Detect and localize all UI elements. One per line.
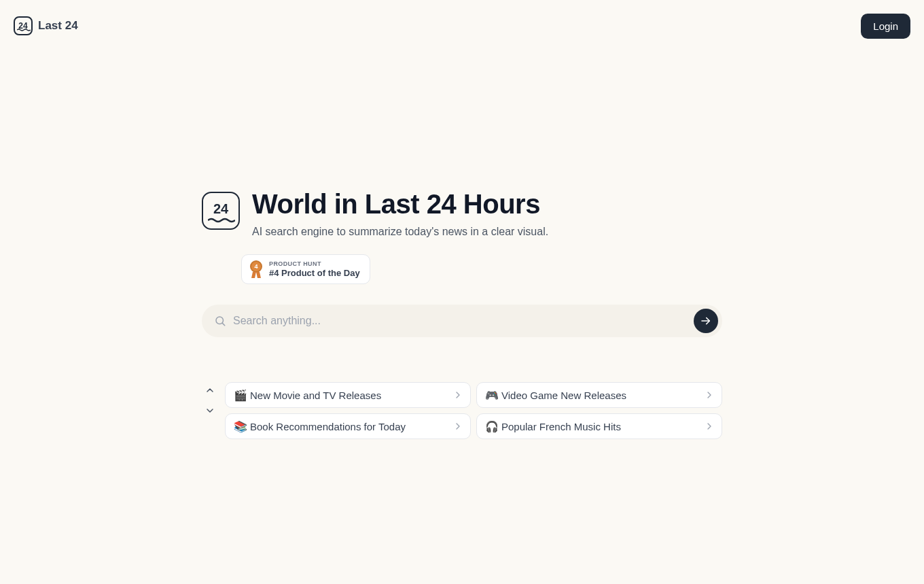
- suggestion-card[interactable]: 🎬 New Movie and TV Releases: [225, 382, 471, 408]
- header: 24 Last 24 Login: [0, 0, 924, 52]
- chevron-right-icon: [704, 390, 715, 400]
- medal-icon: 4: [249, 260, 264, 278]
- brand-name: Last 24: [38, 19, 78, 33]
- suggestions-prev-button[interactable]: [202, 382, 218, 398]
- page-title: World in Last 24 Hours: [252, 189, 548, 219]
- suggestions-next-button[interactable]: [202, 402, 218, 419]
- wave-icon: [208, 218, 235, 223]
- gamepad-icon: 🎮: [485, 389, 499, 402]
- page-subtitle: AI search engine to summarize today's ne…: [252, 226, 548, 238]
- hero-text: World in Last 24 Hours AI search engine …: [252, 189, 548, 238]
- chevron-right-icon: [704, 421, 715, 432]
- suggestions-grid: 🎬 New Movie and TV Releases 🎮 Video Game…: [225, 382, 722, 439]
- suggestion-card[interactable]: 📚 Book Recommendations for Today: [225, 413, 471, 439]
- suggestion-label: Book Recommendations for Today: [250, 421, 450, 432]
- hero-logo-icon: 24: [202, 192, 240, 230]
- wave-icon: [17, 29, 31, 31]
- search-icon: [214, 315, 226, 327]
- brand[interactable]: 24 Last 24: [14, 16, 78, 35]
- product-hunt-text: PRODUCT HUNT #4 Product of the Day: [269, 260, 360, 278]
- suggestion-card[interactable]: 🎧 Popular French Music Hits: [476, 413, 722, 439]
- clapper-icon: 🎬: [234, 389, 247, 402]
- chevron-down-icon: [205, 405, 215, 416]
- search-bar: [202, 305, 722, 337]
- login-button[interactable]: Login: [861, 14, 910, 39]
- headphones-icon: 🎧: [485, 420, 499, 433]
- product-hunt-rank: #4 Product of the Day: [269, 268, 360, 278]
- chevron-up-icon: [205, 385, 215, 396]
- svg-line-1: [222, 323, 224, 325]
- suggestions: 🎬 New Movie and TV Releases 🎮 Video Game…: [202, 382, 722, 439]
- product-hunt-badge[interactable]: 4 PRODUCT HUNT #4 Product of the Day: [241, 254, 370, 284]
- suggestion-label: Video Game New Releases: [501, 390, 701, 401]
- brand-logo-icon: 24: [14, 16, 33, 35]
- books-icon: 📚: [234, 420, 247, 433]
- suggestions-nav: [202, 382, 218, 419]
- search-submit-button[interactable]: [694, 309, 718, 333]
- arrow-right-icon: [700, 315, 712, 327]
- product-hunt-label: PRODUCT HUNT: [269, 260, 360, 267]
- chevron-right-icon: [452, 421, 463, 432]
- hero: 24 World in Last 24 Hours AI search engi…: [202, 189, 722, 238]
- main-content: 24 World in Last 24 Hours AI search engi…: [202, 189, 722, 439]
- suggestion-label: Popular French Music Hits: [501, 421, 701, 432]
- suggestion-card[interactable]: 🎮 Video Game New Releases: [476, 382, 722, 408]
- hero-logo-number: 24: [213, 202, 228, 216]
- suggestion-label: New Movie and TV Releases: [250, 390, 450, 401]
- search-input[interactable]: [233, 315, 687, 327]
- medal-rank-number: 4: [254, 263, 257, 270]
- chevron-right-icon: [452, 390, 463, 400]
